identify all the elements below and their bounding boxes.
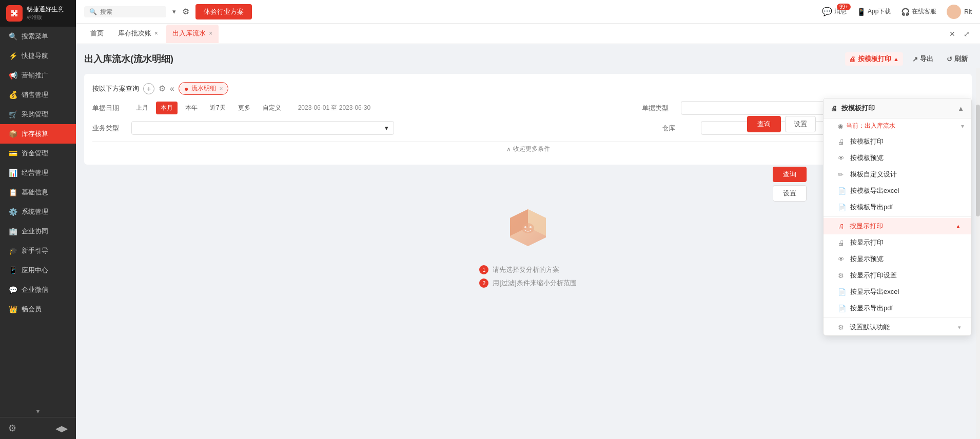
sidebar-item-system[interactable]: ⚙️ 系统管理 [0, 202, 76, 222]
sidebar-item-wechat[interactable]: 💬 企业微信 [0, 280, 76, 300]
right-scrollbar[interactable] [976, 68, 980, 439]
empty-tips: 1 请先选择要分析的方案 2 用[过滤]条件来缩小分析范围 [479, 263, 576, 290]
print-dropdown-divider-2 [824, 317, 971, 318]
sidebar-item-marketing[interactable]: 📢 营销推广 [0, 66, 76, 85]
template-excel-label: 按模板导出excel [850, 186, 899, 195]
print-dropdown-item-set-default[interactable]: ⚙ 设置默认功能 ▾ [824, 319, 971, 335]
filter-tag-close-icon[interactable]: × [219, 85, 223, 92]
sidebar-item-sales[interactable]: 💰 销售管理 [0, 85, 76, 105]
bill-type-label: 单据类型 [642, 104, 673, 113]
sidebar-scroll-down[interactable]: ▼ [0, 406, 76, 417]
date-btn-last-month[interactable]: 上月 [131, 102, 153, 114]
tab-flow-close-icon[interactable]: × [209, 30, 212, 36]
marketing-icon: 📢 [8, 71, 17, 79]
template-excel-icon: 📄 [838, 187, 846, 195]
sidebar-item-quick-nav[interactable]: ⚡ 快捷导航 [0, 46, 76, 66]
sidebar-item-basic-label: 基础信息 [22, 188, 48, 197]
display-excel-label: 按显示导出excel [850, 287, 899, 296]
date-btn-7days[interactable]: 近7天 [205, 102, 230, 114]
sidebar-bottom: ⚙ ◀▶ [0, 417, 76, 439]
filter-add-button[interactable]: + [143, 83, 154, 94]
tab-home[interactable]: 首页 [84, 25, 110, 43]
print-dropdown-item-template-design[interactable]: ✏ 模板自定义设计 [824, 166, 971, 183]
current-chevron-icon[interactable]: ▾ [961, 123, 964, 130]
display-preview-label: 按显示预览 [850, 254, 884, 264]
sidebar-item-basic[interactable]: 📋 基础信息 [0, 183, 76, 202]
sidebar-item-enterprise-label: 企业协同 [22, 227, 48, 236]
empty-tip-2-text: 用[过滤]条件来缩小分析范围 [493, 276, 576, 290]
date-btn-this-month[interactable]: 本月 [156, 102, 178, 114]
print-template-button[interactable]: 🖨 按模板打印 ▲ [845, 52, 903, 66]
business-type-dropdown-icon: ▾ [385, 124, 388, 132]
topbar-settings-icon[interactable]: ⚙ [182, 7, 189, 16]
sidebar-item-enterprise[interactable]: 🏢 企业协同 [0, 222, 76, 241]
print-dropdown: 🖨 按模板打印 ▲ ◉ 当前：出入库流水 ▾ 🖨 按模板打印 👁 按模板预览 [823, 98, 972, 336]
date-btn-this-year[interactable]: 本年 [181, 102, 202, 114]
topbar-messages[interactable]: 💬 消息 99+ [822, 7, 847, 16]
print-dropdown-item-template-excel[interactable]: 📄 按模板导出excel [824, 183, 971, 199]
display-section-label: 按显示打印 [850, 222, 883, 231]
print-dropdown-chevron-icon[interactable]: ▲ [957, 105, 964, 112]
print-dropdown-item-display-preview[interactable]: 👁 按显示预览 [824, 251, 971, 267]
refresh-button[interactable]: ↺ 刷新 [943, 52, 972, 66]
print-dropdown-item-template-print[interactable]: 🖨 按模板打印 [824, 133, 971, 150]
refresh-label: 刷新 [954, 54, 968, 64]
sidebar-item-member[interactable]: 👑 畅会员 [0, 300, 76, 319]
business-type-select[interactable]: ▾ [131, 121, 394, 135]
date-btn-more[interactable]: 更多 [233, 102, 255, 114]
tab-close-window-icon[interactable]: ✕ [947, 29, 957, 39]
query-button[interactable]: 查询 [747, 116, 781, 132]
printer-icon: 🖨 [849, 55, 856, 63]
topbar-user-area[interactable]: Rit [947, 5, 972, 19]
topbar-online-service[interactable]: 🎧 在线客服 [901, 7, 936, 16]
filter-settings-icon[interactable]: ⚙ [159, 84, 166, 93]
date-btn-custom[interactable]: 自定义 [258, 102, 286, 114]
sidebar-item-business[interactable]: 📊 经营管理 [0, 163, 76, 183]
print-dropdown-title: 按模板打印 [841, 104, 875, 113]
filter-action-buttons: 查询 设置 [747, 116, 816, 132]
warehouse-label: 仓库 [662, 124, 693, 133]
refresh-icon: ↺ [947, 55, 952, 63]
sidebar-item-search[interactable]: 🔍 搜索菜单 [0, 27, 76, 46]
export-label: 导出 [920, 54, 933, 64]
print-dropdown-chevron-up-icon[interactable]: ▲ [893, 56, 899, 62]
finance-icon: 💳 [8, 149, 17, 157]
settings-button-fixed[interactable]: 设置 [773, 185, 807, 202]
topbar-search-dropdown-icon[interactable]: ▾ [172, 8, 176, 15]
display-section-chevron-icon[interactable]: ▲ [955, 223, 961, 229]
sidebar-nav: 🔍 搜索菜单 ⚡ 快捷导航 📢 营销推广 💰 销售管理 🛒 采购管理 📦 库存核… [0, 27, 76, 406]
print-dropdown-item-display-pdf[interactable]: 📄 按显示导出pdf [824, 300, 971, 316]
sidebar-item-guide[interactable]: 🎓 新手引导 [0, 241, 76, 261]
print-dropdown-item-display-settings[interactable]: ⚙ 按显示打印设置 [824, 267, 971, 284]
purchase-icon: 🛒 [8, 110, 17, 118]
sidebar-item-wechat-label: 企业微信 [22, 285, 48, 294]
print-dropdown-display-section-header[interactable]: 🖨 按显示打印 ▲ [824, 218, 971, 234]
sidebar-item-appstore[interactable]: 📱 应用中心 [0, 261, 76, 280]
messages-badge: 99+ [837, 4, 851, 10]
topbar-app-download[interactable]: 📱 App下载 [857, 7, 891, 16]
set-default-chevron-icon[interactable]: ▾ [958, 324, 961, 331]
display-excel-icon: 📄 [838, 288, 846, 296]
sidebar-collapse-icon[interactable]: ◀▶ [55, 424, 68, 433]
collapse-label: 收起更多条件 [513, 145, 550, 153]
print-dropdown-item-display-print[interactable]: 🖨 按显示打印 [824, 234, 971, 251]
tab-batch[interactable]: 库存批次账 × [112, 25, 164, 43]
print-dropdown-item-template-pdf[interactable]: 📄 按模板导出pdf [824, 199, 971, 215]
export-button[interactable]: ↗ 导出 [908, 52, 937, 66]
print-dropdown-item-display-excel[interactable]: 📄 按显示导出excel [824, 284, 971, 300]
query-button-fixed[interactable]: 查询 [773, 167, 807, 182]
tab-expand-icon[interactable]: ⤢ [962, 29, 972, 39]
settings-button[interactable]: 设置 [785, 116, 816, 132]
trial-button[interactable]: 体验行业方案 [195, 4, 252, 19]
sidebar-settings-icon[interactable]: ⚙ [8, 423, 16, 434]
tab-batch-close-icon[interactable]: × [154, 30, 158, 36]
topbar-search-box[interactable]: 🔍 [84, 6, 166, 17]
topbar-search-input[interactable] [100, 8, 161, 15]
sidebar-item-finance[interactable]: 💳 资金管理 [0, 144, 76, 163]
tab-flow[interactable]: 出入库流水 × [166, 25, 219, 43]
sidebar-item-inventory[interactable]: 📦 库存核算 [0, 124, 76, 144]
filter-collapse-icon[interactable]: « [170, 84, 174, 93]
print-dropdown-item-template-preview[interactable]: 👁 按模板预览 [824, 150, 971, 166]
topbar: 🔍 ▾ ⚙ 体验行业方案 💬 消息 99+ 📱 App下载 🎧 在线客服 Rit [76, 0, 980, 24]
sidebar-item-purchase[interactable]: 🛒 采购管理 [0, 105, 76, 124]
